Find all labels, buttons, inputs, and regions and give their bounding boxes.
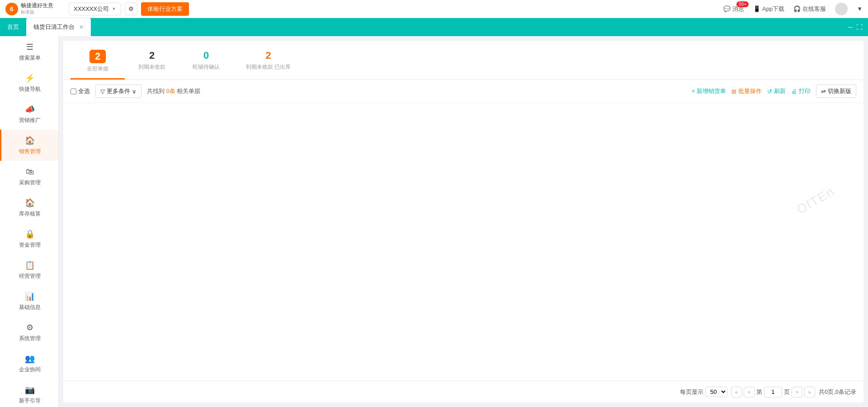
switch-version-button[interactable]: ⇌ 切换新版 (816, 84, 856, 98)
basic-info-icon: 📊 (24, 291, 35, 302)
refresh-icon: ↺ (767, 88, 772, 95)
batch-operation-button[interactable]: ⊞ 批量操作 (731, 87, 762, 95)
sidebar-item-system[interactable]: ⚙ 系统管理 (0, 317, 58, 348)
page-input[interactable] (764, 387, 782, 398)
first-page-button[interactable]: « (731, 387, 742, 398)
sidebar-item-basic-info[interactable]: 📊 基础信息 (0, 285, 58, 317)
purchase-icon: 🛍 (24, 166, 35, 177)
search-menu-icon: ☰ (24, 42, 35, 52)
sidebar-item-marketing[interactable]: 📣 营销推广 (0, 98, 58, 130)
app-download-label: App下载 (762, 5, 784, 13)
stat-tab-all[interactable]: 2 全部单据 (71, 46, 125, 80)
sidebar-item-quick-nav[interactable]: ⚡ 快捷导航 (0, 67, 58, 98)
sidebar-item-operations[interactable]: 📋 经营管理 (0, 254, 58, 285)
gear-icon: ⚙ (128, 5, 134, 12)
message-badge: 99+ (736, 1, 749, 7)
next-page-button[interactable]: > (792, 387, 802, 398)
sidebar-label-search-menu: 搜索菜单 (19, 54, 41, 62)
sidebar-label-operations: 经营管理 (19, 272, 41, 280)
sidebar-label-sales: 销售管理 (19, 148, 41, 155)
stats-tabs: 2 全部单据 2 到期未收款 0 旺辅待确认 2 到期未收款 已出库 (63, 41, 863, 80)
stat-tab-unshipped[interactable]: 2 到期未收款 已出库 (233, 46, 303, 80)
batch-icon: ⊞ (731, 88, 736, 95)
refresh-button[interactable]: ↺ 刷新 (767, 87, 786, 95)
stat-label-unshipped: 到期未收款 已出库 (246, 63, 291, 71)
quick-nav-icon: ⚡ (24, 73, 35, 84)
page-size-selector[interactable]: 每页显示 50 (680, 387, 727, 397)
app-name: 畅捷通好生意 (21, 2, 53, 9)
stat-label-all: 全部单据 (87, 65, 108, 73)
found-text: 共找到 0条 相关单据 (147, 87, 200, 95)
select-all-checkbox[interactable]: 全选 (71, 87, 90, 95)
found-prefix: 共找到 (147, 88, 165, 94)
total-records: 共0页,0条记录 (819, 388, 856, 396)
sidebar-item-guide[interactable]: 📷 新手引导 (0, 379, 58, 407)
stat-num-wangwang: 0 (203, 50, 209, 61)
online-service-label: 在线客服 (802, 5, 826, 13)
tab-cash-flow[interactable]: 钱货日清工作台 ✕ (26, 18, 91, 36)
stat-tab-wangwang[interactable]: 0 旺辅待确认 (179, 46, 233, 80)
stat-num-overdue: 2 (149, 50, 155, 61)
stat-num-unshipped: 2 (266, 50, 271, 61)
select-all-label: 全选 (78, 87, 90, 95)
online-service-button[interactable]: 🎧 在线客服 (793, 5, 826, 13)
select-all-input[interactable] (71, 89, 76, 94)
table-area: OfTEn (63, 103, 863, 381)
header-right: 💬 消息 99+ 📱 App下载 🎧 在线客服 ▼ (723, 3, 863, 15)
inventory-icon: 🏠 (24, 197, 35, 208)
tab-close-icon[interactable]: ✕ (79, 24, 84, 30)
operations-icon: 📋 (24, 260, 35, 271)
per-page-select[interactable]: 50 (705, 387, 727, 397)
last-page-button[interactable]: » (804, 387, 815, 398)
experience-button[interactable]: 体验行业方案 (141, 2, 189, 16)
message-button[interactable]: 💬 消息 99+ (723, 5, 744, 13)
per-page-label: 每页显示 (680, 388, 703, 396)
pagination: 每页显示 50 « < 第 页 > » 共0页,0条记录 (63, 381, 863, 402)
switch-label: 切换新版 (828, 87, 851, 95)
settings-button[interactable]: ⚙ (125, 3, 137, 15)
stat-label-wangwang: 旺辅待确认 (193, 63, 220, 71)
app-download-button[interactable]: 📱 App下载 (753, 5, 784, 13)
page-suffix: 页 (784, 388, 790, 396)
add-sale-button[interactable]: + 新增销货单 (692, 87, 726, 95)
app-logo: 6 (5, 3, 18, 15)
filter-button[interactable]: ▽ 更多条件 ∨ (95, 84, 142, 98)
add-icon: + 新增销货单 (692, 87, 726, 95)
sidebar: ☰ 搜索菜单 ⚡ 快捷导航 📣 营销推广 🏠 销售管理 🛍 采购管理 🏠 库存核… (0, 36, 59, 407)
sidebar-item-inventory[interactable]: 🏠 库存核算 (0, 192, 58, 223)
sidebar-item-enterprise[interactable]: 👥 企业协同 (0, 348, 58, 379)
company-selector[interactable]: XXXXXX公司 ▼ (69, 3, 121, 15)
company-name: XXXXXX公司 (74, 5, 109, 13)
sidebar-item-sales[interactable]: 🏠 销售管理 (0, 130, 58, 161)
switch-icon: ⇌ (821, 88, 826, 95)
print-button[interactable]: 🖨 打印 (791, 87, 811, 95)
system-icon: ⚙ (24, 322, 35, 333)
prev-page-button[interactable]: < (744, 387, 755, 398)
sidebar-label-marketing: 营销推广 (19, 117, 41, 124)
sidebar-item-search-menu[interactable]: ☰ 搜索菜单 (0, 36, 58, 67)
filter-label: 更多条件 (107, 87, 130, 95)
refresh-label: 刷新 (774, 87, 786, 95)
window-expand-icon[interactable]: ⛶ (856, 23, 863, 31)
user-name[interactable]: ▼ (857, 5, 863, 12)
chevron-user-icon: ▼ (857, 5, 863, 12)
sidebar-label-inventory: 库存核算 (19, 210, 41, 218)
page-navigation: « < 第 页 > » (731, 387, 815, 398)
sidebar-label-system: 系统管理 (19, 335, 41, 342)
message-icon: 💬 (723, 5, 731, 12)
stat-tab-overdue[interactable]: 2 到期未收款 (125, 46, 179, 80)
sidebar-label-guide: 新手引导 (19, 397, 41, 405)
window-minimize-icon[interactable]: ─ (848, 23, 853, 31)
tab-home[interactable]: 首页 (0, 18, 26, 36)
sidebar-item-finance[interactable]: 🔒 资金管理 (0, 223, 58, 254)
page-label: 第 (756, 388, 762, 396)
sidebar-label-quick-nav: 快捷导航 (19, 85, 41, 93)
toolbar: 全选 ▽ 更多条件 ∨ 共找到 0条 相关单据 + 新增销货单 (63, 80, 863, 103)
avatar[interactable] (835, 3, 848, 15)
tab-bar-right: ─ ⛶ (848, 23, 868, 31)
logo-area: 6 畅捷通好生意 标准版 (5, 2, 64, 16)
sales-icon: 🏠 (24, 135, 35, 146)
sidebar-item-purchase[interactable]: 🛍 采购管理 (0, 161, 58, 192)
sidebar-label-basic-info: 基础信息 (19, 304, 41, 311)
sidebar-label-finance: 资金管理 (19, 241, 41, 249)
